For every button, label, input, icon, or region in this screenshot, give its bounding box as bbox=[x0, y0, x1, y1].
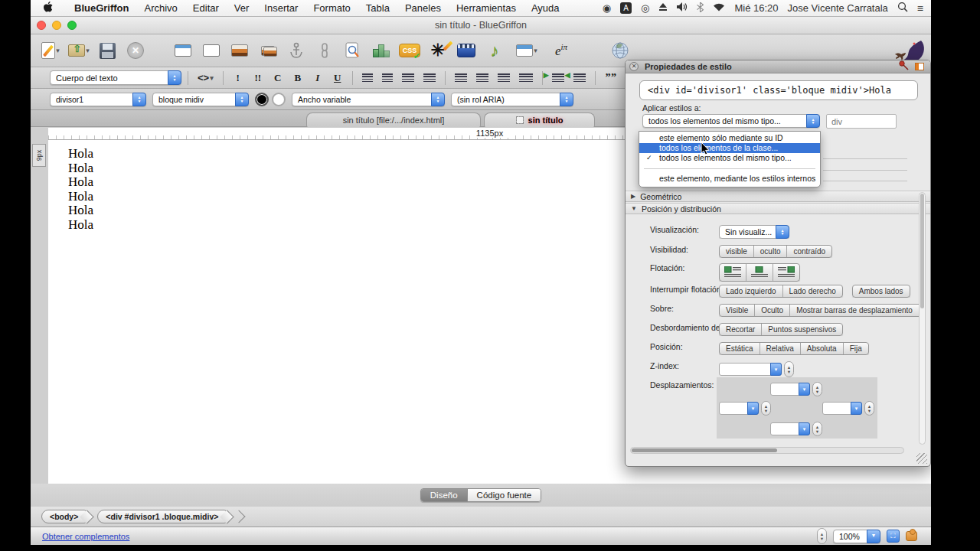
italic-button[interactable]: I bbox=[309, 70, 326, 86]
float-right-icon[interactable] bbox=[773, 264, 799, 281]
code-markup-button[interactable]: <>▾ bbox=[194, 70, 217, 86]
input-source-icon[interactable]: A bbox=[620, 2, 632, 14]
zoom-select[interactable]: 100%▼ bbox=[833, 530, 880, 543]
clear-right-button[interactable]: Lado derecho bbox=[783, 285, 842, 297]
panel-dock-icon[interactable] bbox=[915, 63, 924, 70]
menu-ver[interactable]: Ver bbox=[227, 2, 257, 14]
position-fixed-button[interactable]: Fija bbox=[844, 343, 868, 354]
menu-archivo[interactable]: Archivo bbox=[137, 2, 185, 14]
insert-audio-button[interactable]: ♪ bbox=[484, 40, 505, 61]
panel-pin-icon[interactable] bbox=[899, 60, 909, 73]
bold-button[interactable]: B bbox=[289, 70, 306, 86]
tab-sin-titulo[interactable]: sin título bbox=[484, 112, 595, 127]
position-absolute-button[interactable]: Absoluta bbox=[801, 343, 844, 354]
panel-close-icon[interactable]: ✕ bbox=[629, 62, 639, 71]
insert-form-button[interactable]: ▾ bbox=[512, 40, 541, 61]
creative-cloud-icon[interactable]: ◎ bbox=[641, 2, 649, 14]
notification-center-icon[interactable]: ≡ bbox=[917, 2, 923, 15]
panel-vertical-scrollbar[interactable] bbox=[919, 192, 926, 445]
spotlight-icon[interactable] bbox=[897, 2, 908, 15]
table-properties-button[interactable] bbox=[201, 40, 222, 61]
find-in-page-button[interactable] bbox=[342, 40, 364, 61]
align-left-icon[interactable] bbox=[452, 70, 470, 86]
apply-target-select[interactable]: todos los elementos del mismo tipo...▲▼ bbox=[642, 114, 820, 128]
preview-browser-button[interactable] bbox=[609, 40, 631, 61]
float-left-icon[interactable] bbox=[720, 264, 746, 281]
menu-paneles[interactable]: Paneles bbox=[397, 2, 449, 14]
insert-anchor-button[interactable] bbox=[286, 40, 307, 61]
insert-video-button[interactable] bbox=[456, 40, 477, 61]
eject-icon[interactable] bbox=[658, 2, 668, 14]
overflow-hidden-button[interactable]: Oculto bbox=[755, 305, 790, 316]
save-button[interactable] bbox=[96, 40, 118, 61]
visibility-oculto-button[interactable]: oculto bbox=[754, 246, 788, 257]
design-mode-button[interactable]: Diseño bbox=[421, 489, 468, 501]
offset-bottom-combo[interactable]: ▼▲▼ bbox=[770, 422, 822, 436]
align-center-icon[interactable] bbox=[473, 70, 492, 86]
tab-index-html[interactable]: sin título [file:/.../index.html] bbox=[306, 112, 481, 127]
insert-math-button[interactable]: eiπ bbox=[548, 40, 574, 61]
text-color-swatch[interactable] bbox=[255, 93, 269, 106]
overflow-visible-button[interactable]: Visible bbox=[720, 305, 755, 316]
bluetooth-icon[interactable] bbox=[697, 2, 704, 15]
blockquote-button[interactable]: ”” bbox=[602, 70, 619, 86]
background-color-swatch[interactable] bbox=[272, 93, 286, 106]
offset-left-combo[interactable]: ▼▲▼ bbox=[719, 401, 771, 416]
section-geometric[interactable]: ▶Geométrico bbox=[626, 191, 930, 202]
clear-both-button[interactable]: Ambos lados bbox=[852, 285, 910, 298]
class-button[interactable]: C bbox=[270, 70, 286, 86]
justify-icon[interactable] bbox=[516, 70, 536, 86]
textoverflow-clip-button[interactable]: Recortar bbox=[720, 324, 762, 335]
zoom-stepper[interactable]: ▲▼ bbox=[817, 528, 827, 544]
underline-button[interactable]: U bbox=[329, 70, 346, 86]
insert-images-button[interactable] bbox=[257, 40, 279, 61]
fullscreen-icon[interactable]: ⛶ bbox=[887, 530, 900, 543]
bullet-list-icon[interactable] bbox=[359, 70, 376, 86]
overflow-scroll-button[interactable]: Mostrar barras de desplazamiento bbox=[790, 305, 920, 316]
zindex-select[interactable]: ▼ bbox=[719, 363, 782, 376]
menu-option-type[interactable]: ✓todos los elementos del mismo tipo... bbox=[639, 153, 820, 163]
panel-resize-grip[interactable] bbox=[916, 453, 927, 464]
stop-button[interactable]: ✕ bbox=[125, 40, 146, 61]
width-mode-select[interactable]: Ancho variable▲▼ bbox=[292, 93, 445, 106]
structure-blocks-button[interactable] bbox=[371, 40, 392, 61]
menu-option-class[interactable]: todos los elementos de la clase... bbox=[639, 143, 820, 153]
screen-record-icon[interactable]: ◉ bbox=[603, 2, 611, 14]
addons-puzzle-icon[interactable] bbox=[906, 531, 917, 541]
selector-input[interactable] bbox=[826, 114, 897, 129]
source-mode-button[interactable]: Código fuente bbox=[468, 489, 541, 501]
element-id-select[interactable]: divisor1▲▼ bbox=[50, 93, 146, 106]
panel-header[interactable]: ✕ Propiedades de estilo bbox=[626, 60, 930, 73]
element-class-select[interactable]: bloque midiv▲▼ bbox=[152, 93, 249, 106]
section-position[interactable]: ▼Posición y distribución bbox=[626, 203, 930, 214]
menubar-clock[interactable]: Mié 16:20 bbox=[734, 2, 778, 14]
paragraph-format-select[interactable]: Cuerpo del texto ▲▼ bbox=[50, 70, 181, 85]
breadcrumb-div[interactable]: <div #divisor1 .bloque.midiv> bbox=[97, 510, 227, 523]
menu-ayuda[interactable]: Ayuda bbox=[524, 2, 567, 14]
insert-link-button[interactable] bbox=[314, 40, 335, 61]
volume-icon[interactable] bbox=[677, 2, 688, 14]
zindex-stepper[interactable]: ▲▼ bbox=[784, 361, 794, 377]
spellcheck-button[interactable]: ✳ bbox=[427, 40, 449, 61]
float-none-icon[interactable] bbox=[746, 264, 773, 281]
position-relative-button[interactable]: Relativa bbox=[760, 343, 801, 354]
strong-emphasis-button[interactable]: !! bbox=[250, 70, 266, 86]
align-right-icon[interactable] bbox=[495, 70, 513, 86]
menu-insertar[interactable]: Insertar bbox=[256, 2, 305, 14]
offset-top-combo[interactable]: ▼▲▼ bbox=[770, 382, 822, 396]
menu-option-inline[interactable]: este elemento, mediante los estilos inte… bbox=[639, 174, 820, 184]
apple-icon[interactable] bbox=[43, 2, 53, 15]
emphasis-button[interactable]: ! bbox=[230, 70, 247, 86]
textoverflow-ellipsis-button[interactable]: Puntos suspensivos bbox=[762, 324, 842, 335]
offset-right-combo[interactable]: ▼▲▼ bbox=[822, 401, 874, 416]
clear-left-button[interactable]: Lado izquierdo bbox=[720, 285, 783, 297]
increase-spacing-icon[interactable] bbox=[420, 70, 439, 86]
vertical-ruler-tab[interactable]: 9px bbox=[32, 144, 46, 167]
visibility-visible-button[interactable]: visible bbox=[720, 246, 754, 257]
get-addons-link[interactable]: Obtener complementos bbox=[42, 532, 129, 541]
insert-table-button[interactable] bbox=[172, 40, 194, 61]
menu-tabla[interactable]: Tabla bbox=[358, 2, 397, 14]
insert-image-button[interactable] bbox=[229, 40, 250, 61]
menu-herramientas[interactable]: Herramientas bbox=[449, 2, 524, 14]
menu-option-id[interactable]: este elemento sólo mediante su ID bbox=[639, 133, 820, 143]
